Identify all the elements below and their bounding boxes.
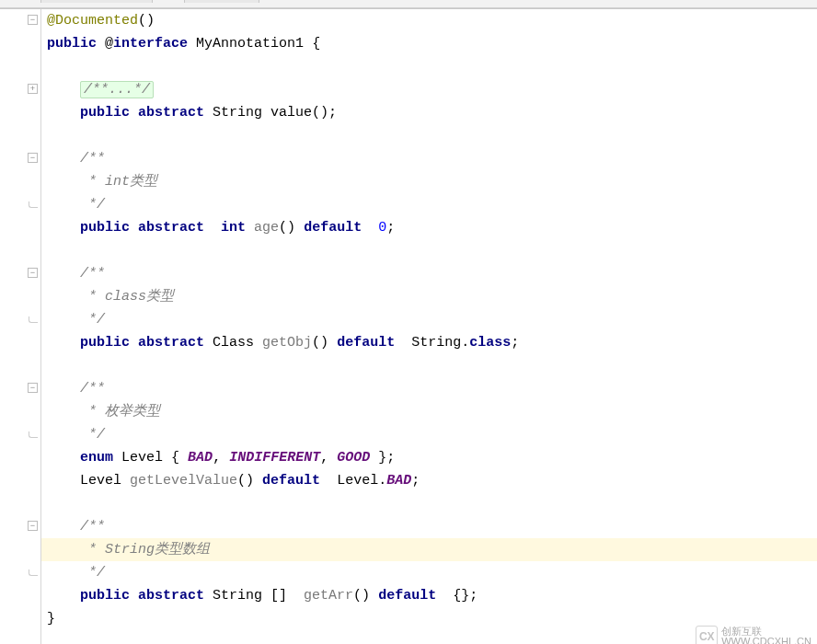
blank-line [41,55,817,78]
doc-line: * int类型 [41,170,817,193]
blank-line [41,124,817,147]
fold-minus-icon[interactable]: − [28,268,39,279]
interface-name: MyAnnotation1 [196,36,304,52]
fold-end-icon [28,201,39,213]
doc-line: * class类型 [41,285,817,308]
code-line: public abstract int age() default 0; [41,216,817,239]
code-line: Level getLevelValue() default Level.BAD; [41,469,817,492]
annotation: @Documented [47,13,138,29]
doc-line: /** [41,262,817,285]
fold-minus-icon[interactable]: − [28,15,39,26]
fold-end-icon [28,316,39,328]
watermark-url: WWW.CDCXHL.CN [721,637,811,644]
fold-end-icon [28,431,39,443]
doc-line: /** [41,147,817,170]
fold-end-icon [28,569,39,581]
code-area[interactable]: @Documented() public @interface MyAnnota… [41,9,817,644]
code-line: enum Level { BAD, INDIFFERENT, GOOD }; [41,446,817,469]
editor-tab-bar [0,0,817,8]
doc-line: */ [41,308,817,331]
code-line: /**...*/ [41,78,817,101]
doc-line: */ [41,423,817,446]
caret-line: * String类型数组 [41,538,817,561]
fold-minus-icon[interactable]: − [28,383,39,394]
watermark: CX 创新互联 WWW.CDCXHL.CN [696,626,811,644]
gutter[interactable]: − + − − − − [0,9,41,644]
blank-line [41,492,817,515]
code-line: @Documented() [41,9,817,32]
blank-line [41,354,817,377]
code-line: public abstract Class getObj() default S… [41,331,817,354]
editor-frame: − + − − − − @Documented() public @interf… [0,8,817,644]
collapsed-doc-comment[interactable]: /**...*/ [80,81,154,98]
doc-line: */ [41,561,817,584]
blank-line [41,239,817,262]
code-line: public abstract String value(); [41,101,817,124]
doc-line: * 枚举类型 [41,400,817,423]
doc-line: */ [41,193,817,216]
code-line: public @interface MyAnnotation1 { [41,32,817,55]
code-line: public abstract String [] getArr() defau… [41,584,817,607]
fold-minus-icon[interactable]: − [28,153,39,164]
fold-minus-icon[interactable]: − [28,521,39,532]
watermark-logo-icon: CX [696,626,718,644]
tab-chip [184,0,259,3]
tab-chip [40,0,153,3]
fold-plus-icon[interactable]: + [28,84,39,95]
doc-line: /** [41,377,817,400]
doc-line: /** [41,515,817,538]
